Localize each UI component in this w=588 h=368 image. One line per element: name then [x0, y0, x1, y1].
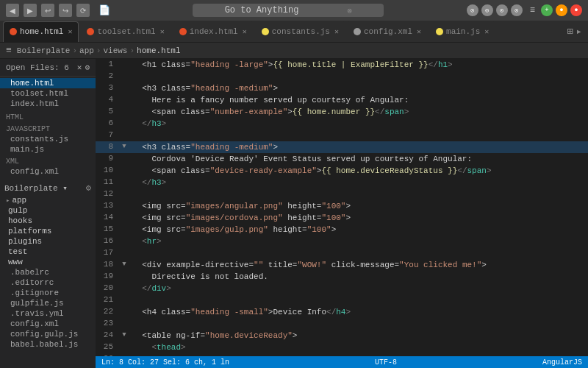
- sidebar-folder-hooks[interactable]: hooks: [0, 216, 96, 226]
- tab-close-main-js[interactable]: ✕: [484, 27, 489, 36]
- fold-arrow-icon[interactable]: [119, 212, 129, 224]
- sidebar-menu-icon[interactable]: ⚙: [85, 63, 90, 72]
- split-editor-icon[interactable]: ⊞: [567, 25, 573, 38]
- sidebar-file-babel[interactable]: babel.babel.js: [0, 339, 96, 350]
- toolbar-icon-2[interactable]: ⊙: [481, 4, 493, 16]
- sidebar-file-travis[interactable]: .travis.yml: [0, 308, 96, 319]
- fold-arrow-icon[interactable]: [119, 236, 129, 247]
- sidebar-file-index-html[interactable]: index.html: [0, 99, 96, 109]
- tab-toolset-html[interactable]: toolset.html ✕: [80, 21, 171, 42]
- sidebar-folder-www[interactable]: www: [0, 257, 96, 267]
- tab-close-index-html[interactable]: ✕: [243, 27, 247, 36]
- title-icon: ⊗: [347, 6, 352, 15]
- fold-arrow-icon[interactable]: [119, 188, 129, 200]
- fold-arrow-icon[interactable]: [119, 82, 129, 94]
- breadcrumb-part-1: Boilerplate: [17, 46, 71, 55]
- title-bar-center[interactable]: Go to Anything ⊗: [193, 4, 384, 17]
- fold-arrow-icon[interactable]: [119, 306, 129, 318]
- sidebar-folder-plugins[interactable]: plugins: [0, 236, 96, 247]
- boilerplate-gear-icon[interactable]: ⚙: [86, 183, 91, 194]
- line-content: Directive is not loaded.: [129, 271, 588, 283]
- status-bar: Ln: 8 Col: 27 Sel: 6 ch, 1 ln UTF-8 Angu…: [96, 356, 588, 368]
- boilerplate-group-header[interactable]: Boilerplate ▾ ⚙: [0, 181, 96, 195]
- tab-home-html[interactable]: home.html ✕: [3, 21, 79, 42]
- sidebar-file-editorrc[interactable]: .editorrc: [0, 277, 96, 288]
- fold-arrow-icon[interactable]: [119, 200, 129, 212]
- line-number: 10: [96, 165, 119, 177]
- sidebar-file-gitignore[interactable]: .gitignore: [0, 288, 96, 298]
- new-file-icon[interactable]: ✕: [77, 63, 82, 72]
- fold-arrow-icon[interactable]: [119, 130, 129, 141]
- code-editor[interactable]: 1 <h1 class="heading -large">{{ home.tit…: [96, 59, 588, 368]
- fold-arrow-icon[interactable]: ▼: [119, 330, 129, 342]
- tab-icon-config-xml: [354, 28, 361, 35]
- fold-arrow-icon[interactable]: [119, 294, 129, 306]
- nav-refresh-button[interactable]: ⟳: [76, 4, 90, 17]
- line-content: </h3>: [129, 118, 588, 130]
- fold-arrow-icon[interactable]: [119, 271, 129, 283]
- fold-arrow-icon[interactable]: ▼: [119, 259, 129, 271]
- window-icon-1[interactable]: +: [541, 4, 553, 16]
- window-icon-2[interactable]: ●: [556, 4, 567, 16]
- fold-arrow-icon[interactable]: [119, 177, 129, 188]
- fold-arrow-icon[interactable]: [119, 94, 129, 106]
- line-content: <h3 class="heading -medium">: [129, 82, 588, 94]
- sidebar-toggle-icon[interactable]: ≡: [6, 45, 12, 56]
- sidebar-folder-test[interactable]: test: [0, 247, 96, 257]
- line-content: <img src="images/cordova.png" height="10…: [129, 212, 588, 224]
- tab-index-html[interactable]: index.html ✕: [173, 21, 254, 42]
- tab-close-constants-js[interactable]: ✕: [334, 27, 339, 36]
- table-row: 24▼ <table ng-if="home.deviceReady">: [96, 330, 588, 342]
- tab-config-xml[interactable]: config.xml ✕: [347, 21, 428, 42]
- fold-arrow-icon[interactable]: [119, 118, 129, 130]
- nav-back-button[interactable]: ◀: [6, 4, 19, 17]
- sidebar-file-config-xml[interactable]: config.xml: [0, 166, 96, 177]
- sidebar-file-config-xml-b[interactable]: config.xml: [0, 319, 96, 329]
- line-number: 15: [96, 224, 119, 236]
- fold-arrow-icon[interactable]: [119, 247, 129, 259]
- window-icon-3[interactable]: ●: [570, 4, 582, 16]
- fold-arrow-icon[interactable]: [119, 165, 129, 177]
- status-position: Ln: 8 Col: 27 Sel: 6 ch, 1 ln: [101, 358, 229, 367]
- line-content: Here is a fancy number served up courtes…: [129, 94, 588, 106]
- fold-arrow-icon[interactable]: [119, 153, 129, 165]
- fold-arrow-icon[interactable]: [119, 318, 129, 330]
- status-language: AngularJS: [542, 358, 582, 367]
- sidebar-file-babelrc[interactable]: .babelrc: [0, 267, 96, 277]
- line-content: <div example-directive="" title="WOW!" c…: [129, 259, 588, 271]
- tab-close-config-xml[interactable]: ✕: [417, 27, 421, 36]
- tab-label-toolset-html: toolset.html: [97, 27, 155, 36]
- tab-close-home-html[interactable]: ✕: [68, 27, 72, 36]
- more-tabs-icon[interactable]: ▸: [576, 25, 582, 38]
- line-content: <hr>: [129, 236, 588, 247]
- breadcrumb-sep-3: ›: [129, 46, 135, 55]
- toolbar-icon-1[interactable]: ⊙: [467, 4, 478, 16]
- sidebar-file-home-html[interactable]: home.html: [0, 78, 96, 88]
- sidebar-file-config-gulp[interactable]: config.gulp.js: [0, 329, 96, 339]
- sidebar-folder-gulp[interactable]: gulp: [0, 205, 96, 216]
- tab-constants-js[interactable]: constants.js ✕: [255, 21, 345, 42]
- toolbar-icon-4[interactable]: ⊙: [511, 4, 523, 16]
- sidebar-folder-app[interactable]: ▸ app: [0, 195, 96, 205]
- sidebar-file-constants-js[interactable]: constants.js: [0, 134, 96, 144]
- fold-arrow-icon[interactable]: [119, 71, 129, 82]
- nav-undo-button[interactable]: ↩: [41, 4, 54, 17]
- sidebar-file-main-js[interactable]: main.js: [0, 144, 96, 155]
- table-row: 25 <thead>: [96, 342, 588, 353]
- fold-arrow-icon[interactable]: ▼: [119, 141, 129, 153]
- fold-arrow-icon[interactable]: [119, 283, 129, 294]
- fold-arrow-icon[interactable]: [119, 224, 129, 236]
- fold-arrow-icon[interactable]: [119, 59, 129, 71]
- fold-arrow-icon[interactable]: [119, 106, 129, 118]
- sidebar-file-gulpfile[interactable]: gulpfile.js: [0, 298, 96, 308]
- tab-close-toolset-html[interactable]: ✕: [160, 27, 165, 36]
- toolbar-icon-3[interactable]: ⊙: [496, 4, 508, 16]
- nav-redo-button[interactable]: ↪: [59, 4, 72, 17]
- sidebar-file-toolset-html[interactable]: toolset.html: [0, 88, 96, 99]
- menu-icon[interactable]: ≡: [530, 5, 535, 15]
- nav-forward-button[interactable]: ▶: [24, 4, 37, 17]
- line-content: <span class="number-example">{{ home.num…: [129, 106, 588, 118]
- sidebar-folder-platforms[interactable]: platforms: [0, 226, 96, 236]
- tab-main-js[interactable]: main.js ✕: [429, 21, 495, 42]
- fold-arrow-icon[interactable]: [119, 342, 129, 353]
